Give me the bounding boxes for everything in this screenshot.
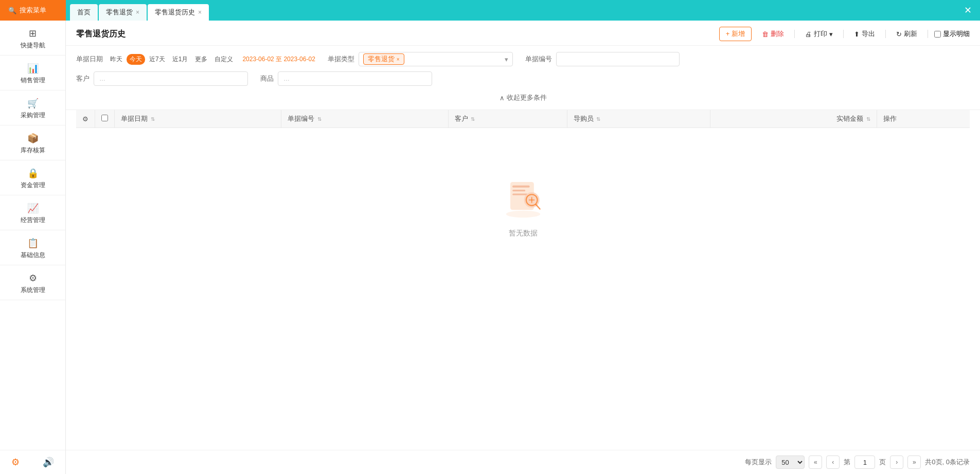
show-detail-check[interactable]: 显示明细 bbox=[934, 29, 970, 39]
type-tag-remove[interactable]: × bbox=[397, 57, 400, 62]
divider-1 bbox=[794, 30, 795, 38]
tab-retail-return[interactable]: 零售退货 × bbox=[99, 4, 147, 21]
customer-filter-label: 客户 bbox=[76, 74, 90, 83]
divider-2 bbox=[843, 30, 844, 38]
filter-area: 单据日期 昨天 今天 近7天 近1月 更多 自定义 2023-06-02 至 2… bbox=[66, 46, 980, 110]
svg-line-7 bbox=[536, 205, 540, 209]
svg-point-0 bbox=[506, 211, 540, 217]
th-date-label: 单据日期 bbox=[121, 115, 148, 122]
sidebar-item-sales[interactable]: 📊 销售管理 bbox=[0, 56, 65, 90]
prev-page-button[interactable]: ‹ bbox=[826, 455, 840, 469]
th-amount: 实销金额 ⇅ bbox=[710, 110, 877, 128]
svg-rect-3 bbox=[512, 190, 525, 191]
sidebar-item-operation-label: 经营管理 bbox=[21, 216, 45, 225]
search-menu-label: 搜索菜单 bbox=[20, 6, 46, 15]
sales-icon: 📊 bbox=[27, 63, 39, 74]
sidebar-item-inventory[interactable]: 📦 库存核算 bbox=[0, 125, 65, 160]
refresh-icon: ↻ bbox=[896, 30, 902, 38]
sidebar-item-finance-label: 资金管理 bbox=[21, 181, 45, 190]
customer-input[interactable]: … bbox=[94, 71, 248, 86]
date-opt-yesterday[interactable]: 昨天 bbox=[107, 54, 126, 65]
th-date-sort[interactable]: ⇅ bbox=[151, 116, 155, 122]
th-guide-sort[interactable]: ⇅ bbox=[596, 116, 600, 122]
date-opt-1month[interactable]: 近1月 bbox=[169, 54, 191, 65]
filter-row-2: 客户 … 商品 … bbox=[76, 71, 970, 86]
select-all-checkbox[interactable] bbox=[101, 115, 108, 121]
sidebar-item-basic-info-label: 基础信息 bbox=[21, 251, 45, 260]
th-amount-sort[interactable]: ⇅ bbox=[866, 116, 870, 122]
sidebar-bottom: ⚙ 🔊 bbox=[0, 450, 65, 474]
page-size-select[interactable]: 50 100 200 bbox=[776, 455, 805, 469]
type-select-arrow: ▾ bbox=[505, 56, 508, 63]
collapse-button[interactable]: ∧ 收起更多条件 bbox=[500, 93, 547, 102]
sidebar-item-inventory-label: 库存核算 bbox=[21, 146, 45, 155]
voucher-filter-label: 单据编号 bbox=[525, 54, 552, 64]
collapse-label: 收起更多条件 bbox=[507, 93, 547, 102]
th-number-sort[interactable]: ⇅ bbox=[317, 116, 322, 122]
goods-input[interactable]: … bbox=[278, 71, 432, 86]
export-icon: ⬆ bbox=[854, 30, 860, 38]
date-filter-label: 单据日期 bbox=[76, 54, 103, 64]
date-opt-7days[interactable]: 近7天 bbox=[146, 54, 168, 65]
page-size-label: 每页显示 bbox=[745, 458, 772, 467]
th-guide: 导购员 ⇅ bbox=[567, 110, 710, 128]
column-settings-icon[interactable]: ⚙ bbox=[82, 115, 88, 123]
empty-illustration bbox=[497, 169, 549, 221]
window-close-button[interactable]: ✕ bbox=[956, 5, 980, 16]
sidebar-item-system[interactable]: ⚙ 系统管理 bbox=[0, 265, 65, 300]
type-filter: 单据类型 零售退货 × ▾ bbox=[328, 52, 513, 66]
settings-bottom-icon[interactable]: ⚙ bbox=[11, 457, 20, 468]
page-header: 零售退货历史 + 新增 🗑 删除 🖨 打印 ▾ ⬆ 导出 bbox=[66, 21, 980, 46]
sidebar: ⊞ 快捷导航 📊 销售管理 🛒 采购管理 📦 库存核算 🔒 资金管理 📈 经营管… bbox=[0, 21, 66, 474]
tab-retail-return-history-label: 零售退货历史 bbox=[155, 8, 195, 17]
first-page-button[interactable]: « bbox=[809, 455, 822, 469]
content-area: 零售退货历史 + 新增 🗑 删除 🖨 打印 ▾ ⬆ 导出 bbox=[66, 21, 980, 474]
sidebar-item-finance[interactable]: 🔒 资金管理 bbox=[0, 160, 65, 195]
filter-row-1: 单据日期 昨天 今天 近7天 近1月 更多 自定义 2023-06-02 至 2… bbox=[76, 52, 970, 66]
refresh-button[interactable]: ↻ 刷新 bbox=[892, 27, 921, 41]
sidebar-item-system-label: 系统管理 bbox=[21, 286, 45, 295]
th-settings[interactable]: ⚙ bbox=[76, 110, 95, 128]
sidebar-item-sales-label: 销售管理 bbox=[21, 76, 45, 85]
voucher-input[interactable] bbox=[556, 52, 680, 66]
sidebar-item-basic-info[interactable]: 📋 基础信息 bbox=[0, 230, 65, 265]
date-opt-more[interactable]: 更多 bbox=[192, 54, 210, 65]
sidebar-item-quick-nav[interactable]: ⊞ 快捷导航 bbox=[0, 21, 65, 56]
th-action: 操作 bbox=[877, 110, 970, 128]
operation-icon: 📈 bbox=[27, 203, 39, 214]
page-number-input[interactable] bbox=[854, 455, 875, 469]
next-page-button[interactable]: › bbox=[890, 455, 903, 469]
th-date: 单据日期 ⇅ bbox=[115, 110, 281, 128]
delete-button[interactable]: 🗑 删除 bbox=[758, 27, 788, 41]
th-checkbox[interactable] bbox=[95, 110, 115, 128]
tab-retail-return-history[interactable]: 零售退货历史 × bbox=[148, 4, 209, 21]
last-page-button[interactable]: » bbox=[907, 455, 921, 469]
volume-icon[interactable]: 🔊 bbox=[43, 457, 54, 468]
pagination-bar: 每页显示 50 100 200 « ‹ 第 页 › » 共0页, 0条记录 bbox=[66, 450, 980, 474]
type-select[interactable]: 零售退货 × ▾ bbox=[359, 52, 513, 66]
print-button[interactable]: 🖨 打印 ▾ bbox=[801, 27, 837, 41]
sidebar-item-purchase[interactable]: 🛒 采购管理 bbox=[0, 90, 65, 125]
print-icon: 🖨 bbox=[805, 30, 812, 38]
new-button[interactable]: + 新增 bbox=[719, 27, 752, 41]
divider-3 bbox=[885, 30, 886, 38]
th-number-label: 单据编号 bbox=[288, 115, 314, 122]
header-actions: + 新增 🗑 删除 🖨 打印 ▾ ⬆ 导出 ↻ bbox=[719, 27, 970, 41]
sidebar-item-operation[interactable]: 📈 经营管理 bbox=[0, 195, 65, 230]
goods-filter-label: 商品 bbox=[260, 74, 274, 83]
tab-retail-return-history-close[interactable]: × bbox=[198, 9, 202, 16]
export-button[interactable]: ⬆ 导出 bbox=[850, 27, 879, 41]
delete-icon: 🗑 bbox=[762, 30, 769, 38]
tab-retail-return-close[interactable]: × bbox=[136, 9, 139, 16]
date-opt-custom[interactable]: 自定义 bbox=[211, 54, 236, 65]
tab-bar: 首页 零售退货 × 零售退货历史 × bbox=[66, 0, 209, 21]
th-customer-sort[interactable]: ⇅ bbox=[471, 116, 475, 122]
date-opt-today[interactable]: 今天 bbox=[127, 54, 145, 65]
tab-home[interactable]: 首页 bbox=[70, 4, 98, 21]
search-icon: 🔍 bbox=[8, 7, 16, 14]
show-detail-checkbox[interactable] bbox=[934, 31, 941, 38]
goods-placeholder: … bbox=[283, 75, 290, 82]
finance-icon: 🔒 bbox=[27, 168, 39, 179]
search-menu[interactable]: 🔍 搜索菜单 bbox=[0, 0, 66, 21]
type-tag: 零售退货 × bbox=[363, 53, 404, 65]
